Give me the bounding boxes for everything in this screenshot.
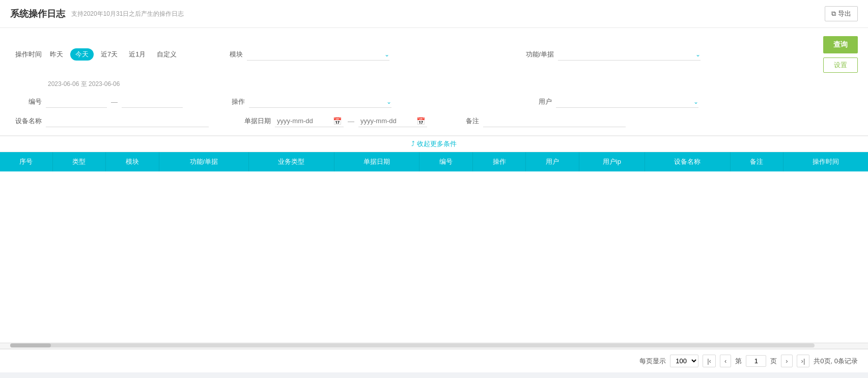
collapse-bar[interactable]: ⤴ 收起更多条件 — [0, 136, 868, 152]
time-btn-custom[interactable]: 自定义 — [153, 48, 181, 61]
collapse-up-icon: ⤴ — [411, 140, 415, 148]
func-label: 功能/单据 — [522, 50, 558, 59]
date-filter-item: 单据日期 📅 — 📅 — [239, 115, 427, 127]
module-select[interactable]: ⌄ — [247, 48, 389, 61]
empty-area — [4, 176, 864, 338]
scrollbar-track — [10, 343, 815, 347]
operation-input[interactable] — [249, 98, 384, 105]
col-module: 模块 — [106, 152, 159, 171]
scrollbar-thumb[interactable] — [10, 343, 51, 347]
page-header: 系统操作日志 支持2020年10月31日之后产生的操作日志 ⧉ 导出 — [0, 0, 868, 28]
col-remark: 备注 — [730, 152, 783, 171]
date-label: 单据日期 — [239, 117, 275, 126]
col-seq: 序号 — [0, 152, 52, 171]
col-user-ip: 用户ip — [579, 152, 645, 171]
page-number-input[interactable] — [746, 355, 766, 367]
first-page-button[interactable]: |‹ — [703, 355, 716, 367]
pagination-bar: 每页显示 100 50 200 |‹ ‹ 第 页 › ›| 共0页, 0条记录 — [0, 349, 868, 372]
col-op-time: 操作时间 — [783, 152, 868, 171]
data-table: 序号 类型 模块 功能/单据 业务类型 单据日期 编号 操作 用户 用户ip 设… — [0, 152, 868, 343]
table-body — [0, 171, 868, 343]
last-page-button[interactable]: ›| — [797, 355, 810, 367]
module-filter-item: 模块 ⌄ — [211, 48, 502, 61]
device-input[interactable] — [46, 115, 209, 127]
user-filter-item: 用户 ⌄ — [520, 96, 807, 108]
col-device: 设备名称 — [645, 152, 730, 171]
operation-label: 操作 — [213, 97, 249, 106]
header-left: 系统操作日志 支持2020年10月31日之后产生的操作日志 — [10, 8, 184, 20]
num-input-end[interactable] — [122, 96, 183, 108]
export-button[interactable]: ⧉ 导出 — [825, 6, 858, 21]
col-func: 功能/单据 — [159, 152, 248, 171]
num-filter-item: 编号 — — [10, 96, 183, 108]
module-input[interactable] — [247, 50, 382, 58]
total-info: 共0页, 0条记录 — [814, 357, 858, 366]
module-label: 模块 — [211, 50, 247, 59]
func-input[interactable] — [558, 50, 693, 58]
operation-filter-item: 操作 ⌄ — [213, 96, 500, 108]
page-unit: 页 — [770, 357, 777, 366]
device-filter-item: 设备名称 — [10, 115, 209, 127]
filter-section: 操作时间 昨天 今天 近7天 近1月 自定义 模块 ⌄ 功能/单据 — [0, 28, 868, 136]
empty-row — [0, 171, 868, 343]
date-dash: — — [348, 118, 354, 125]
func-filter-item: 功能/单据 ⌄ — [522, 48, 813, 61]
filter-row-1b: 2023-06-06 至 2023-06-06 — [10, 80, 858, 89]
remark-filter-item: 备注 — [447, 115, 626, 127]
collapse-label: 收起更多条件 — [417, 140, 457, 148]
calendar-start-icon[interactable]: 📅 — [331, 117, 344, 125]
col-biz-type: 业务类型 — [249, 152, 334, 171]
table-section: 序号 类型 模块 功能/单据 业务类型 单据日期 编号 操作 用户 用户ip 设… — [0, 152, 868, 343]
time-filter-item: 操作时间 昨天 今天 近7天 近1月 自定义 — [10, 48, 181, 61]
page-label: 第 — [735, 357, 742, 366]
page-subtitle: 支持2020年10月31日之后产生的操作日志 — [71, 10, 184, 18]
time-btn-7days[interactable]: 近7天 — [97, 48, 122, 61]
next-page-button[interactable]: › — [781, 355, 792, 367]
col-user: 用户 — [526, 152, 579, 171]
func-chevron-icon: ⌄ — [695, 51, 701, 58]
user-select[interactable]: ⌄ — [556, 96, 698, 108]
operation-select[interactable]: ⌄ — [249, 96, 391, 108]
time-filter-group: 昨天 今天 近7天 近1月 自定义 — [46, 48, 181, 61]
per-page-label: 每页显示 — [639, 357, 666, 366]
prev-page-button[interactable]: ‹ — [720, 355, 731, 367]
date-end-wrapper: 📅 — [358, 115, 427, 127]
col-num: 编号 — [419, 152, 472, 171]
action-buttons: 查询 设置 — [823, 36, 858, 73]
remark-label: 备注 — [447, 117, 483, 126]
time-btn-today[interactable]: 今天 — [70, 48, 94, 61]
device-label: 设备名称 — [10, 117, 46, 126]
operation-chevron-icon: ⌄ — [386, 98, 391, 105]
export-icon: ⧉ — [831, 10, 836, 18]
date-start-wrapper: 📅 — [275, 115, 344, 127]
module-chevron-icon: ⌄ — [384, 51, 389, 58]
user-label: 用户 — [520, 97, 556, 106]
user-chevron-icon: ⌄ — [693, 98, 698, 105]
func-select[interactable]: ⌄ — [558, 48, 701, 61]
table-header: 序号 类型 模块 功能/单据 业务类型 单据日期 编号 操作 用户 用户ip 设… — [0, 152, 868, 171]
time-btn-yesterday[interactable]: 昨天 — [46, 48, 67, 61]
num-input-start[interactable] — [46, 96, 107, 108]
num-dash: — — [111, 98, 118, 106]
col-operation: 操作 — [472, 152, 525, 171]
col-doc-date: 单据日期 — [334, 152, 419, 171]
user-input[interactable] — [556, 98, 691, 105]
settings-button[interactable]: 设置 — [823, 57, 858, 73]
date-start-input[interactable] — [275, 115, 331, 127]
table-header-row: 序号 类型 模块 功能/单据 业务类型 单据日期 编号 操作 用户 用户ip 设… — [0, 152, 868, 171]
date-end-input[interactable] — [358, 115, 414, 127]
scrollbar-area[interactable] — [0, 343, 868, 349]
calendar-end-icon[interactable]: 📅 — [414, 117, 427, 125]
page-size-select[interactable]: 100 50 200 — [670, 355, 698, 367]
filter-row-3: 设备名称 单据日期 📅 — 📅 备注 — [10, 115, 858, 127]
time-btn-1month[interactable]: 近1月 — [125, 48, 150, 61]
filter-row-1: 操作时间 昨天 今天 近7天 近1月 自定义 模块 ⌄ 功能/单据 — [10, 36, 858, 73]
time-label: 操作时间 — [10, 50, 46, 59]
page-title: 系统操作日志 — [10, 8, 65, 20]
filter-row-2: 编号 — 操作 ⌄ 用户 ⌄ — [10, 96, 858, 108]
num-label: 编号 — [10, 97, 46, 106]
col-type: 类型 — [52, 152, 105, 171]
remark-input[interactable] — [483, 115, 626, 127]
query-button[interactable]: 查询 — [823, 36, 858, 53]
export-label: 导出 — [838, 9, 851, 18]
